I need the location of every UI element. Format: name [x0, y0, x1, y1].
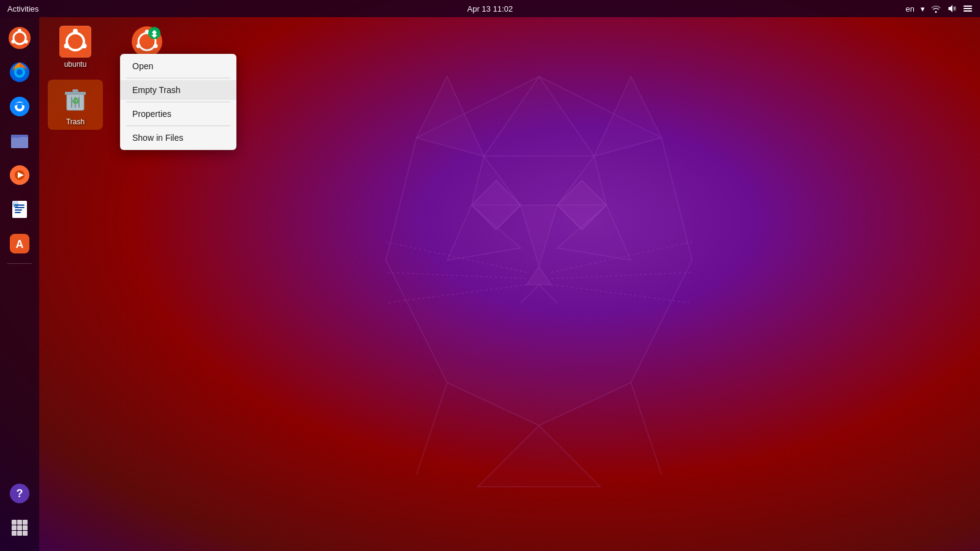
- svg-rect-62: [17, 531, 22, 536]
- dock-bottom: ?: [4, 478, 36, 544]
- svg-point-28: [18, 29, 21, 32]
- wifi-icon[interactable]: [931, 4, 941, 13]
- svg-marker-16: [478, 425, 600, 487]
- svg-rect-38: [11, 137, 28, 148]
- svg-rect-58: [12, 525, 17, 530]
- context-menu-separator-2: [126, 102, 230, 102]
- wallpaper-art: [294, 46, 784, 505]
- dock-item-files[interactable]: [4, 125, 36, 157]
- svg-rect-39: [11, 135, 20, 138]
- svg-point-74: [154, 44, 158, 48]
- dock-item-ubuntu[interactable]: [4, 22, 36, 54]
- svg-rect-57: [23, 520, 28, 525]
- dock-item-thunderbird[interactable]: [4, 91, 36, 122]
- dock: W A ?: [0, 17, 39, 551]
- dock-separator: [7, 263, 32, 264]
- svg-line-14: [417, 383, 447, 474]
- topbar-left: Activities: [7, 4, 39, 13]
- svg-point-73: [137, 44, 141, 48]
- svg-rect-61: [12, 531, 17, 536]
- svg-rect-47: [15, 209, 22, 211]
- svg-point-30: [24, 40, 28, 43]
- svg-rect-86: [72, 89, 78, 92]
- trash-icon-image: ♻: [59, 83, 91, 115]
- svg-point-68: [82, 43, 87, 48]
- svg-rect-25: [963, 10, 972, 12]
- activities-button[interactable]: Activities: [7, 4, 39, 13]
- dock-item-help[interactable]: ?: [4, 478, 36, 509]
- context-menu: Open Empty Trash Properties Show in File…: [120, 54, 236, 150]
- svg-text:A: A: [16, 238, 24, 250]
- dock-item-software[interactable]: A: [4, 228, 36, 260]
- svg-rect-56: [17, 520, 22, 525]
- language-indicator[interactable]: en: [906, 4, 914, 13]
- dock-item-rhythmbox[interactable]: [4, 159, 36, 191]
- dock-item-firefox[interactable]: [4, 56, 36, 88]
- svg-rect-60: [23, 525, 28, 530]
- context-menu-item-properties[interactable]: Properties: [120, 104, 236, 124]
- topbar-center: Apr 13 11:02: [467, 4, 513, 13]
- context-menu-item-show-in-files[interactable]: Show in Files: [120, 128, 236, 148]
- desktop: Activities Apr 13 11:02 en ▾: [0, 0, 980, 551]
- svg-rect-55: [12, 520, 17, 525]
- desktop-icon-ubuntu[interactable]: ubuntu: [48, 22, 103, 72]
- dock-item-writer[interactable]: W: [4, 193, 36, 225]
- context-menu-separator-3: [126, 126, 230, 126]
- svg-rect-59: [17, 525, 22, 530]
- volume-icon[interactable]: [947, 4, 957, 13]
- svg-text:W: W: [13, 203, 18, 208]
- language-arrow[interactable]: ▾: [921, 4, 925, 13]
- desktop-icon-trash[interactable]: ♻ Trash: [48, 80, 103, 130]
- svg-line-15: [631, 383, 662, 474]
- dock-item-app-grid[interactable]: [4, 512, 36, 544]
- topbar: Activities Apr 13 11:02 en ▾: [0, 0, 980, 17]
- svg-text:?: ?: [17, 487, 23, 500]
- svg-point-36: [17, 104, 22, 109]
- ubuntu-icon-label: ubuntu: [64, 60, 87, 69]
- svg-point-66: [73, 29, 78, 34]
- svg-rect-23: [963, 6, 972, 7]
- install-ubuntu-icon-image: [131, 26, 163, 58]
- svg-text:♻: ♻: [72, 96, 80, 106]
- context-menu-separator-1: [126, 78, 230, 78]
- svg-rect-78: [153, 31, 156, 35]
- ubuntu-icon-image: [59, 26, 91, 58]
- trash-icon-label: Trash: [66, 118, 85, 126]
- svg-point-33: [17, 69, 23, 75]
- svg-rect-48: [15, 212, 21, 213]
- svg-point-67: [64, 43, 69, 48]
- svg-point-29: [12, 40, 15, 43]
- system-menu-icon[interactable]: [963, 4, 973, 13]
- topbar-right: en ▾: [906, 4, 973, 13]
- context-menu-item-empty-trash[interactable]: Empty Trash: [120, 80, 236, 100]
- datetime-display: Apr 13 11:02: [467, 4, 513, 13]
- svg-rect-85: [65, 92, 86, 95]
- svg-rect-24: [963, 8, 972, 9]
- context-menu-item-open[interactable]: Open: [120, 56, 236, 76]
- svg-rect-63: [23, 531, 28, 536]
